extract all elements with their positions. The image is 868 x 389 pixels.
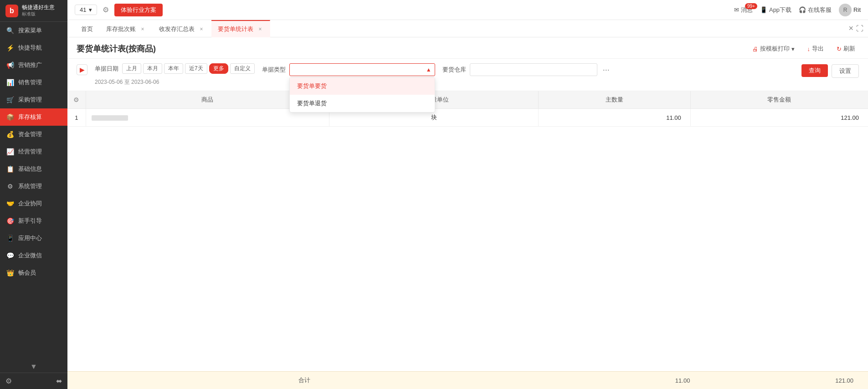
type-dropdown-menu: 要货单要货 要货单退货 — [289, 77, 435, 113]
sidebar-item-wechat[interactable]: 💬 企业微信 — [0, 247, 67, 264]
custom-date-btn[interactable]: 自定义 — [230, 63, 255, 74]
sidebar-item-inventory[interactable]: 📦 库存核算 — [0, 108, 67, 126]
sidebar-item-marketing[interactable]: 📢 营销推广 — [0, 56, 67, 74]
type-select-arrow-icon[interactable]: ▲ — [426, 67, 431, 73]
this-year-btn[interactable]: 本年 — [164, 63, 183, 74]
sidebar-item-member[interactable]: 👑 畅会员 — [0, 264, 67, 282]
tab-inventory-batch[interactable]: 库存批次账 × — [100, 20, 153, 37]
sidebar-logo: b 畅捷通好生意 标准版 — [0, 0, 67, 22]
guide-icon: 🎯 — [5, 217, 15, 225]
sidebar-item-enterprise[interactable]: 🤝 企业协同 — [0, 195, 67, 212]
dropdown-item-order-return[interactable]: 要货单退货 — [290, 95, 435, 112]
date-range-display: 2023-05-06 至 2023-06-06 — [95, 78, 159, 86]
th-qty: 主数量 — [538, 91, 690, 109]
sidebar-footer: ⚙ ⬌ — [0, 373, 67, 389]
sidebar-scroll-down[interactable]: ▼ — [0, 361, 67, 373]
print-template-btn[interactable]: 🖨 按模板打印 ▾ — [749, 43, 798, 55]
search-icon: 🔍 — [5, 27, 15, 34]
type-filter-label: 单据类型 — [262, 66, 286, 74]
user-info[interactable]: R Rit — [839, 4, 861, 16]
sidebar-item-system[interactable]: ⚙ 系统管理 — [0, 178, 67, 195]
type-select-input[interactable] — [289, 63, 435, 76]
online-service-btn[interactable]: 🎧 在线客服 — [799, 6, 832, 14]
export-btn[interactable]: ↓ 导出 — [804, 43, 828, 55]
app-center-icon: 📱 — [5, 235, 15, 242]
sidebar-item-app-center[interactable]: 📱 应用中心 — [0, 230, 67, 247]
tab-order-summary[interactable]: 要货单统计表 × — [211, 20, 270, 37]
table-container: ⚙ 商品 主计量单位 主数量 零售金额 — [67, 91, 868, 371]
app-logo-text: 畅捷通好生意 标准版 — [22, 4, 55, 18]
marketing-icon: 📢 — [5, 61, 15, 69]
company-dropdown-icon: ▾ — [89, 6, 92, 13]
last-month-btn[interactable]: 上月 — [122, 63, 141, 74]
filter-bar-inner: 单据日期 上月 本月 本年 近7天 更多 自定义 2023-05-06 至 20… — [95, 63, 859, 86]
online-service-label: 在线客服 — [808, 6, 832, 14]
username-label: Rit — [853, 6, 861, 13]
last-7-days-btn[interactable]: 近7天 — [185, 63, 207, 74]
tab-receive-summary[interactable]: 收发存汇总表 × — [153, 20, 211, 37]
settings-button[interactable]: 设置 — [832, 64, 859, 78]
tab-order-summary-close[interactable]: × — [257, 26, 263, 32]
date-filter-row: 单据日期 上月 本月 本年 近7天 更多 自定义 — [95, 63, 255, 74]
tabs-expand-btn[interactable]: × ⛶ — [844, 20, 868, 37]
sidebar-item-operations[interactable]: 📈 经营管理 — [0, 143, 67, 160]
tab-inventory-batch-close[interactable]: × — [139, 26, 146, 32]
finance-icon: 💰 — [5, 131, 15, 138]
operations-icon: 📈 — [5, 148, 15, 155]
tab-receive-summary-close[interactable]: × — [198, 26, 205, 32]
export-icon: ↓ — [807, 46, 811, 52]
footer-label-cell: 合计 — [227, 376, 382, 384]
sidebar-nav: 🔍 搜索菜单 ⚡ 快捷导航 📢 营销推广 📊 销售管理 🛒 采购管理 📦 库存核… — [0, 22, 67, 361]
messages-btn[interactable]: ✉ 消息 99+ — [734, 6, 753, 14]
table-settings-icon[interactable]: ⚙ — [73, 96, 79, 103]
type-filter-group: 单据类型 ▲ 要货单要货 要货单退货 — [262, 63, 435, 76]
th-setting[interactable]: ⚙ — [67, 91, 86, 109]
sales-icon: 📊 — [5, 79, 15, 86]
collapse-icon[interactable]: ⬌ — [56, 377, 62, 385]
filter-actions: 查询 设置 — [801, 63, 859, 78]
tab-inventory-batch-label: 库存批次账 — [106, 25, 136, 33]
refresh-btn[interactable]: ↻ 刷新 — [833, 43, 859, 55]
page-title: 要货单统计表(按商品) — [77, 43, 156, 54]
this-month-btn[interactable]: 本月 — [143, 63, 162, 74]
company-switcher[interactable]: 41 ▾ — [75, 5, 97, 15]
topbar-gear-icon[interactable]: ⚙ — [103, 5, 109, 14]
dropdown-item-order-goods[interactable]: 要货单要货 — [290, 77, 435, 95]
sidebar-item-guide[interactable]: 🎯 新手引导 — [0, 212, 67, 230]
app-download-icon: 📱 — [760, 6, 767, 13]
sidebar-item-purchase[interactable]: 🛒 采购管理 — [0, 91, 67, 108]
footer-amount: 121.00 — [699, 377, 863, 384]
app-download-btn[interactable]: 📱 App下载 — [760, 6, 791, 14]
company-num-label: 41 — [80, 6, 86, 13]
sidebar-item-sales[interactable]: 📊 销售管理 — [0, 74, 67, 91]
headset-icon: 🎧 — [799, 6, 806, 13]
warehouse-filter-group: 要货仓库 ··· — [442, 63, 611, 76]
sidebar-item-finance[interactable]: 💰 资金管理 — [0, 126, 67, 143]
more-dates-btn[interactable]: 更多 — [209, 63, 228, 74]
tab-home[interactable]: 首页 — [75, 20, 100, 37]
query-button[interactable]: 查询 — [801, 64, 828, 77]
table-footer: 合计 11.00 121.00 — [67, 371, 868, 389]
user-avatar: R — [839, 4, 852, 16]
topbar-right: ✉ 消息 99+ 📱 App下载 🎧 在线客服 R Rit — [734, 4, 861, 16]
more-options-icon[interactable]: ··· — [601, 65, 611, 75]
td-qty: 11.00 — [538, 109, 690, 127]
messages-badge: 99+ — [745, 3, 757, 9]
page-header: 要货单统计表(按商品) 🖨 按模板打印 ▾ ↓ 导出 ↻ 刷新 — [67, 37, 868, 59]
data-table: ⚙ 商品 主计量单位 主数量 零售金额 — [67, 91, 868, 127]
table-row: 1 块 11.00 121.00 — [67, 109, 868, 127]
sidebar-item-quick-nav[interactable]: ⚡ 快捷导航 — [0, 39, 67, 56]
filter-expand-btn[interactable]: ▶ — [77, 64, 87, 75]
warehouse-input[interactable] — [470, 63, 597, 76]
basics-icon: 📋 — [5, 165, 15, 173]
sidebar-item-search[interactable]: 🔍 搜索菜单 — [0, 22, 67, 39]
trial-button[interactable]: 体验行业方案 — [114, 4, 163, 16]
sidebar-item-basics[interactable]: 📋 基础信息 — [0, 160, 67, 178]
type-select-wrapper: ▲ 要货单要货 要货单退货 — [289, 63, 435, 76]
settings-footer-icon[interactable]: ⚙ — [5, 377, 12, 385]
footer-qty: 11.00 — [536, 377, 699, 384]
wechat-icon: 💬 — [5, 252, 15, 259]
td-amount: 121.00 — [690, 109, 868, 127]
print-template-label: 按模板打印 — [760, 45, 790, 53]
product-placeholder — [92, 115, 128, 121]
